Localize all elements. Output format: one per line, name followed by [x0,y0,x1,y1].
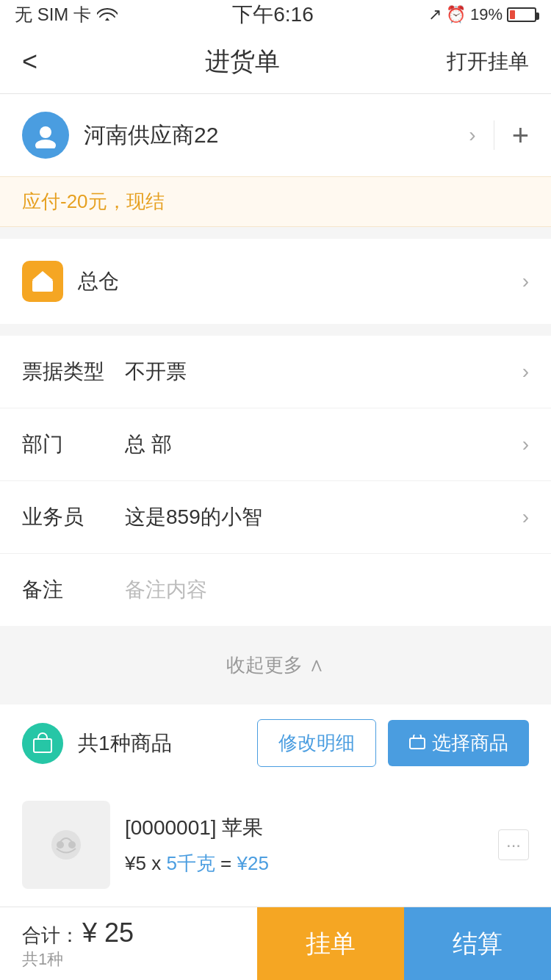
supplier-chevron-icon: › [469,123,475,147]
product-code: [0000001] [125,816,217,839]
status-left: 无 SIM 卡 [15,3,118,26]
total-amount: ¥ 25 [82,918,134,948]
collapse-label: 收起更多 ∧ [226,652,324,678]
carrier-label: 无 SIM 卡 [15,3,91,26]
svg-rect-2 [32,280,53,292]
svg-rect-5 [410,738,425,749]
supplier-name: 河南供应商22 [84,120,469,151]
checkout-button[interactable]: 结算 [404,907,551,981]
svg-point-8 [68,841,76,849]
supplier-row[interactable]: 河南供应商22 › + [0,94,551,176]
total-label: 合计： [22,923,79,948]
hang-button[interactable]: 挂单 [257,907,404,981]
equals-sign: = [220,852,231,874]
status-time: 下午6:16 [232,1,314,29]
salesperson-chevron-icon: › [522,505,529,529]
svg-marker-3 [32,271,53,280]
location-icon: ↗ [428,5,442,24]
product-more-button[interactable]: ··· [498,829,529,860]
wifi-icon [97,4,118,25]
invoice-type-row[interactable]: 票据类型 不开票 › [0,336,551,408]
product-name: [0000001] 苹果 [125,814,483,842]
remark-row[interactable]: 备注 备注内容 [0,554,551,626]
multiply-sign: x [151,852,161,874]
product-price: ¥5 x 5千克 = ¥25 [125,851,483,876]
product-header: 共1种商品 修改明细 选择商品 [0,705,551,782]
warehouse-name: 总仓 [78,267,522,295]
svg-point-1 [35,140,56,148]
department-label: 部门 [22,430,125,458]
product-count: 共1种商品 [78,729,257,757]
department-chevron-icon: › [522,433,529,456]
svg-point-6 [51,830,81,860]
supplier-section: 河南供应商22 › + 应付-20元，现结 [0,94,551,227]
warehouse-row[interactable]: 总仓 › [0,239,551,324]
product-section: 共1种商品 修改明细 选择商品 [0000001] 苹果 [0,705,551,907]
salesperson-value: 这是859的小智 [125,503,522,531]
total-section: 合计： ¥ 25 共1种 [0,918,257,970]
warning-banner: 应付-20元，现结 [0,176,551,227]
status-bar: 无 SIM 卡 下午6:16 ↗ ⏰ 19% [0,0,551,29]
open-hang-button[interactable]: 打开挂单 [447,48,529,76]
salesperson-row[interactable]: 业务员 这是859的小智 › [0,481,551,554]
svg-point-7 [57,841,64,849]
select-product-label: 选择商品 [432,730,508,756]
quantity-value: 5千克 [166,852,215,874]
supplier-divider [494,120,494,150]
total-value: ¥25 [237,852,269,874]
total-count: 共1种 [22,948,235,970]
nav-bar: < 进货单 打开挂单 [0,29,551,94]
product-info: [0000001] 苹果 ¥5 x 5千克 = ¥25 [125,814,483,876]
battery-percent: 19% [470,5,503,24]
bottom-bar: 合计： ¥ 25 共1种 挂单 结算 [0,907,551,980]
form-section: 票据类型 不开票 › 部门 总 部 › 业务员 这是859的小智 › 备注 备注… [0,336,551,626]
warehouse-chevron-icon: › [522,270,529,293]
salesperson-label: 业务员 [22,503,125,531]
invoice-type-label: 票据类型 [22,358,125,386]
remark-label: 备注 [22,576,125,604]
collapse-button[interactable]: 收起更多 ∧ [0,638,551,693]
svg-rect-4 [34,739,51,752]
product-title: 苹果 [222,816,263,839]
back-button[interactable]: < [22,46,37,77]
department-row[interactable]: 部门 总 部 › [0,408,551,481]
select-product-button[interactable]: 选择商品 [388,720,529,766]
warehouse-section: 总仓 › [0,239,551,324]
modify-detail-button[interactable]: 修改明细 [257,719,376,767]
add-supplier-button[interactable]: + [512,119,529,152]
status-right: ↗ ⏰ 19% [428,5,536,24]
remark-input[interactable]: 备注内容 [125,576,529,604]
alarm-icon: ⏰ [446,5,466,24]
warehouse-icon [22,261,63,302]
product-item: [0000001] 苹果 ¥5 x 5千克 = ¥25 ··· [0,783,551,907]
invoice-type-value: 不开票 [125,358,522,386]
product-thumbnail [22,801,110,889]
page-title: 进货单 [205,45,280,79]
battery-icon [507,7,536,22]
invoice-type-chevron-icon: › [522,360,529,383]
department-value: 总 部 [125,430,522,458]
price-value: ¥5 [125,852,146,874]
supplier-avatar [22,112,69,159]
product-icon [22,723,63,764]
svg-point-0 [40,126,51,138]
